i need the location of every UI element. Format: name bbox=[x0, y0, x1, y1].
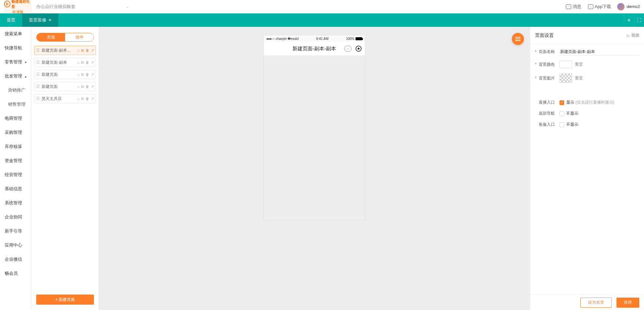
share-icon[interactable]: ↗ bbox=[91, 48, 94, 53]
save-button[interactable]: 保存 bbox=[616, 298, 639, 308]
sidebar-item-operations[interactable]: 经营管理 bbox=[0, 168, 31, 182]
share-icon[interactable]: ↗ bbox=[91, 60, 94, 65]
bgimage-swatch[interactable] bbox=[559, 73, 572, 83]
page-item[interactable]: ☰ 新建页面 ⌂ ⧉ 🗑 ↗ bbox=[34, 82, 96, 91]
phone-preview: ●●●○○ chanjet �essid 9:41 AM 100% 新建页面-副… bbox=[263, 35, 365, 220]
live-hint: (仅当进行直播时展示) bbox=[576, 100, 614, 105]
sidebar-item-quicknav[interactable]: 快捷导航 bbox=[0, 41, 31, 55]
page-item-name: 昊天文具店 bbox=[42, 96, 75, 102]
message-icon: ⋯ bbox=[566, 4, 571, 9]
delete-icon[interactable]: 🗑 bbox=[86, 48, 89, 52]
home-icon[interactable]: ⌂ bbox=[77, 72, 79, 76]
sidebar-item-member[interactable]: 畅会员 bbox=[0, 266, 31, 280]
phone-icon: ↓ bbox=[588, 4, 593, 9]
page-item[interactable]: ☰ 昊天文具店 ⌂ ⧉ 🗑 ↗ bbox=[34, 94, 96, 103]
share-icon[interactable]: ↗ bbox=[91, 85, 94, 89]
sidebar-item-basicinfo[interactable]: 基础信息 bbox=[0, 182, 31, 196]
delete-icon[interactable]: 🗑 bbox=[86, 85, 89, 89]
page-item[interactable]: ☰ 新建页面-副本 ⌂ ⧉ 🗑 ↗ bbox=[34, 58, 96, 67]
canvas[interactable]: ●●●○○ chanjet �essid 9:41 AM 100% 新建页面-副… bbox=[99, 27, 530, 310]
sidebar-item-guide[interactable]: 新手引导 bbox=[0, 224, 31, 238]
settings-panel: 页面设置 ▷视频 *页面名称 *背景颜色 重置 *背景图片 bbox=[530, 27, 644, 310]
drag-handle-icon[interactable]: ☰ bbox=[36, 72, 40, 77]
avatar[interactable] bbox=[617, 3, 625, 10]
service-checkbox-label: 不显示 bbox=[566, 122, 578, 127]
field-label-bottomnav: 底部导航 bbox=[539, 111, 559, 116]
sidebar-item-inventory[interactable]: 库存核算 bbox=[0, 140, 31, 154]
copy-icon[interactable]: ⧉ bbox=[81, 48, 84, 53]
fullscreen-icon[interactable]: ⛶ bbox=[634, 13, 644, 27]
segment-page[interactable]: 页面 bbox=[37, 33, 65, 41]
miniapp-menu-icon[interactable]: ··· bbox=[344, 46, 352, 52]
sidebar-item-ecommerce[interactable]: 电商管理 bbox=[0, 111, 31, 125]
tabs-bar: 首页 首页装修 ✕ ✕ ⛶ bbox=[0, 13, 644, 27]
add-page-button[interactable]: + 新建页面 bbox=[36, 295, 94, 305]
bgcolor-reset[interactable]: 重置 bbox=[575, 62, 583, 67]
sidebar-item-wholesale[interactable]: 批发管理▴ bbox=[0, 69, 31, 83]
home-icon[interactable]: ⌂ bbox=[77, 48, 79, 52]
bgimage-reset[interactable]: 重置 bbox=[575, 75, 583, 81]
sidebar: 搜索菜单 快捷导航 零售管理▾ 批发管理▴ 营销推广 销售管理 电商管理 采购管… bbox=[0, 27, 32, 310]
chevron-down-icon: ⌄ bbox=[126, 4, 129, 9]
user-name[interactable]: demo2 bbox=[627, 4, 640, 9]
home-icon[interactable]: ⌂ bbox=[77, 60, 79, 64]
delete-icon[interactable]: 🗑 bbox=[86, 72, 89, 76]
miniapp-close-icon[interactable] bbox=[356, 46, 362, 52]
share-icon[interactable]: ↗ bbox=[91, 72, 94, 77]
phone-nav-bar: 新建页面-副本-副本 ··· bbox=[264, 42, 365, 55]
segment-control: 页面 组件 bbox=[36, 33, 94, 42]
live-checkbox[interactable]: ✓ bbox=[559, 100, 564, 105]
page-item[interactable]: ☰ 新建页面-副本... ⌂ ⧉ 🗑 ↗ bbox=[34, 46, 96, 55]
editor-main: 页面 组件 ☰ 新建页面-副本... ⌂ ⧉ 🗑 ↗ ☰ 新建页面-副本 bbox=[32, 27, 644, 310]
home-icon[interactable]: ⌂ bbox=[77, 85, 79, 89]
sidebar-item-retail[interactable]: 零售管理▾ bbox=[0, 55, 31, 69]
page-item-name: 新建页面-副本 bbox=[42, 60, 75, 65]
logo-brand: 畅捷通好生意 bbox=[11, 0, 32, 9]
field-label-bgimg: 背景图片 bbox=[539, 75, 559, 81]
sidebar-item-system[interactable]: 系统管理 bbox=[0, 196, 31, 210]
set-home-button[interactable]: 设为首页 bbox=[580, 298, 612, 308]
account-set-dropdown[interactable]: 办公品行业模拟账套 ⌄ bbox=[36, 4, 129, 10]
logo-block: b 畅捷通好生意 标准版 bbox=[4, 0, 32, 13]
share-icon[interactable]: ↗ bbox=[91, 97, 94, 101]
page-item[interactable]: ☰ 新建页面 ⌂ ⧉ 🗑 ↗ bbox=[34, 70, 96, 79]
messages-button[interactable]: ⋯ 消息 bbox=[566, 4, 581, 10]
segment-component[interactable]: 组件 bbox=[65, 33, 94, 41]
delete-icon[interactable]: 🗑 bbox=[86, 60, 89, 64]
tabs-close-all-button[interactable]: ✕ bbox=[624, 13, 634, 27]
app-download-label: App下载 bbox=[595, 4, 611, 10]
messages-label: 消息 bbox=[573, 4, 581, 10]
video-link[interactable]: ▷视频 bbox=[627, 33, 639, 38]
bgcolor-swatch[interactable] bbox=[559, 61, 572, 68]
app-download-button[interactable]: ↓ App下载 bbox=[588, 4, 611, 10]
sidebar-item-search[interactable]: 搜索菜单 bbox=[0, 27, 31, 41]
copy-icon[interactable]: ⧉ bbox=[81, 97, 84, 101]
fab-menu-button[interactable] bbox=[512, 33, 524, 45]
tab-close-icon[interactable]: ✕ bbox=[48, 18, 52, 22]
home-icon[interactable]: ⌂ bbox=[77, 97, 79, 101]
sidebar-item-collab[interactable]: 企业协同 bbox=[0, 210, 31, 224]
field-label-service: 客服入口 bbox=[539, 122, 559, 127]
sidebar-item-sales[interactable]: 销售管理 bbox=[0, 97, 31, 111]
bottomnav-checkbox[interactable] bbox=[559, 111, 564, 116]
tab-home[interactable]: 首页 bbox=[0, 13, 22, 27]
sidebar-item-marketing[interactable]: 营销推广 bbox=[0, 83, 31, 97]
page-name-input[interactable] bbox=[559, 48, 639, 55]
drag-handle-icon[interactable]: ☰ bbox=[36, 48, 40, 53]
sidebar-item-wechatwork[interactable]: 企业微信 bbox=[0, 252, 31, 266]
drag-handle-icon[interactable]: ☰ bbox=[36, 84, 40, 89]
drag-handle-icon[interactable]: ☰ bbox=[36, 96, 40, 101]
sidebar-item-purchase[interactable]: 采购管理 bbox=[0, 125, 31, 140]
page-list: ☰ 新建页面-副本... ⌂ ⧉ 🗑 ↗ ☰ 新建页面-副本 ⌂ ⧉ 🗑 ↗ bbox=[32, 46, 99, 103]
pages-column: 页面 组件 ☰ 新建页面-副本... ⌂ ⧉ 🗑 ↗ ☰ 新建页面-副本 bbox=[32, 27, 99, 310]
sidebar-item-funds[interactable]: 资金管理 bbox=[0, 154, 31, 168]
copy-icon[interactable]: ⧉ bbox=[81, 85, 84, 89]
tab-home-decorate[interactable]: 首页装修 ✕ bbox=[22, 13, 58, 27]
delete-icon[interactable]: 🗑 bbox=[86, 97, 89, 101]
sidebar-item-appcenter[interactable]: 应用中心 bbox=[0, 238, 31, 252]
copy-icon[interactable]: ⧉ bbox=[81, 72, 84, 77]
caret-down-icon: ▾ bbox=[25, 60, 26, 64]
drag-handle-icon[interactable]: ☰ bbox=[36, 60, 40, 65]
service-checkbox[interactable] bbox=[559, 122, 564, 127]
copy-icon[interactable]: ⧉ bbox=[81, 60, 84, 65]
